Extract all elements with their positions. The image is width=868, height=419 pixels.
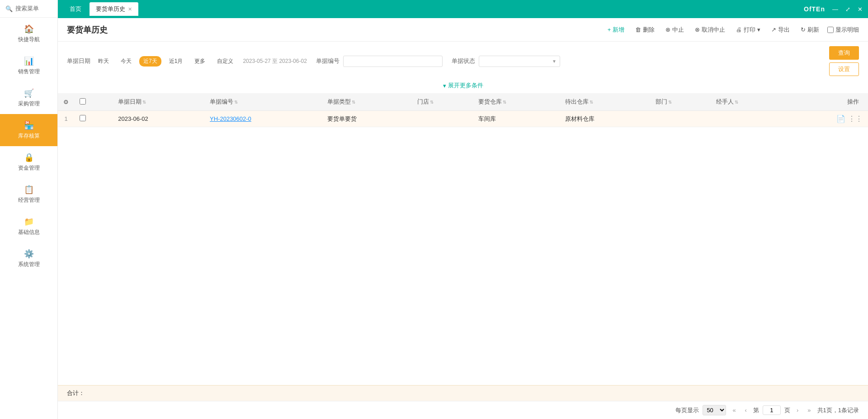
date-btn-1month[interactable]: 近1月 <box>165 56 187 67</box>
window-minimize-icon[interactable]: — <box>832 6 838 13</box>
search-icon: 🔍 <box>5 5 13 12</box>
row-more-icon[interactable]: ⋮⋮ <box>848 114 863 123</box>
sidebar-item-label: 库存核算 <box>18 132 40 140</box>
display-detail-input[interactable] <box>827 27 834 33</box>
tab-close-icon[interactable]: ✕ <box>128 6 132 12</box>
page-title: 要货单历史 <box>67 24 605 35</box>
delete-button[interactable]: 🗑 删除 <box>632 24 657 36</box>
date-btn-custom[interactable]: 自定义 <box>213 56 237 67</box>
cancel-stop-button[interactable]: ⊗ 取消中止 <box>692 24 728 36</box>
sidebar-item-label: 系统管理 <box>18 261 40 268</box>
tab-home[interactable]: 首页 <box>63 2 88 16</box>
sidebar-item-sales[interactable]: 📊 销售管理 <box>0 50 57 82</box>
gear-icon: ⚙️ <box>24 249 34 259</box>
pag-btn-last[interactable]: » <box>805 406 813 414</box>
sidebar-search[interactable]: 🔍 搜索菜单 <box>0 0 57 18</box>
row-req-warehouse: 车间库 <box>473 111 560 127</box>
th-checkbox <box>74 93 113 111</box>
sidebar-item-purchase[interactable]: 🛒 采购管理 <box>0 82 57 114</box>
topnav: 首页 要货单历史 ✕ OfTEn — ⤢ ✕ <box>58 0 868 18</box>
print-button[interactable]: 🖨 打印 ▾ <box>733 24 763 36</box>
expand-filter-button[interactable]: ▾ 展开更多条件 <box>443 81 483 90</box>
setting-button[interactable]: 设置 <box>829 62 859 76</box>
export-button[interactable]: ↗ 导出 <box>769 24 793 36</box>
row-num: 1 <box>58 111 74 127</box>
tab-yh-history-label: 要货单历史 <box>96 5 125 13</box>
pag-btn-next[interactable]: › <box>794 406 801 414</box>
sidebar-item-operation[interactable]: 📋 经营管理 <box>0 178 57 210</box>
doc-no-input[interactable] <box>343 56 443 67</box>
filter-expand-row: ▾ 展开更多条件 <box>67 80 859 93</box>
th-req-warehouse[interactable]: 要货仓库⇅ <box>473 93 560 111</box>
row-doc-type: 要货单要货 <box>322 111 412 127</box>
sidebar-item-inventory[interactable]: 🏪 库存核算 <box>0 114 57 146</box>
date-filter-group: 单据日期 昨天 今天 近7天 近1月 更多 自定义 2023-05-27 至 2… <box>67 56 307 67</box>
page-input[interactable] <box>763 405 781 415</box>
table-header: ⚙ 单据日期⇅ 单据编号⇅ 单据类型⇅ 门店⇅ 要货仓库⇅ 待出仓库⇅ 部门⇅ … <box>58 93 868 111</box>
sidebar-item-label: 资金管理 <box>18 164 40 172</box>
row-edit-icon[interactable]: 📄 <box>836 114 845 123</box>
th-handler[interactable]: 经手人⇅ <box>711 93 785 111</box>
date-btn-more[interactable]: 更多 <box>190 56 209 67</box>
row-handler <box>711 111 785 127</box>
pag-btn-first[interactable]: « <box>730 406 738 414</box>
doc-status-filter-group: 单据状态 <box>452 56 560 67</box>
sidebar-item-label: 销售管理 <box>18 68 40 76</box>
sidebar-item-system[interactable]: ⚙️ 系统管理 <box>0 243 57 275</box>
per-page-select[interactable]: 50 100 200 <box>703 405 726 415</box>
date-filter-label: 单据日期 <box>67 57 90 65</box>
doc-status-select-wrap <box>479 56 560 67</box>
th-settings[interactable]: ⚙ <box>58 93 74 111</box>
row-checkbox <box>74 111 113 127</box>
doc-no-filter-group: 单据编号 <box>316 56 443 67</box>
pag-btn-prev[interactable]: ‹ <box>742 406 750 414</box>
window-close-icon[interactable]: ✕ <box>858 6 863 13</box>
display-detail-checkbox[interactable]: 显示明细 <box>827 26 859 34</box>
refresh-button[interactable]: ↻ 刷新 <box>798 24 822 36</box>
tab-home-label: 首页 <box>70 5 81 13</box>
filter-section: 单据日期 昨天 今天 近7天 近1月 更多 自定义 2023-05-27 至 2… <box>58 42 868 93</box>
th-doc-no[interactable]: 单据编号⇅ <box>204 93 322 111</box>
stop-icon: ⊗ <box>665 26 670 33</box>
display-detail-label: 显示明细 <box>835 26 859 34</box>
sidebar-item-quick-nav[interactable]: 🏠 快捷导航 <box>0 18 57 50</box>
row-store <box>412 111 473 127</box>
row-operations: 📄 ⋮⋮ <box>785 111 868 127</box>
th-operation: 操作 <box>785 93 868 111</box>
tab-yh-history[interactable]: 要货单历史 ✕ <box>90 2 138 16</box>
main-content: ⚙ 单据日期⇅ 单据编号⇅ 单据类型⇅ 门店⇅ 要货仓库⇅ 待出仓库⇅ 部门⇅ … <box>58 93 868 419</box>
row-doc-no: YH-20230602-0 <box>204 111 322 127</box>
date-btn-yesterday[interactable]: 昨天 <box>94 56 113 67</box>
add-button[interactable]: + 新增 <box>605 24 627 36</box>
export-icon: ↗ <box>771 26 776 33</box>
total-label: 合计： <box>67 390 85 396</box>
th-dept[interactable]: 部门⇅ <box>650 93 711 111</box>
brand-label: OfTEn <box>804 5 825 13</box>
toolbar: + 新增 🗑 删除 ⊗ 中止 ⊗ 取消中止 🖨 打印 ▾ <box>605 24 859 36</box>
query-button[interactable]: 查询 <box>829 46 859 60</box>
th-store[interactable]: 门店⇅ <box>412 93 473 111</box>
date-btn-7days[interactable]: 近7天 <box>139 56 161 67</box>
sidebar-item-label: 经营管理 <box>18 196 40 204</box>
th-doc-type[interactable]: 单据类型⇅ <box>322 93 412 111</box>
doc-no-link[interactable]: YH-20230602-0 <box>210 115 251 122</box>
expand-filter-label: 展开更多条件 <box>448 81 483 90</box>
sidebar-item-label: 基础信息 <box>18 229 40 236</box>
row-select-checkbox[interactable] <box>80 115 86 121</box>
total-pages-info: 共1页，1条记录 <box>817 406 859 414</box>
sidebar-item-finance[interactable]: 🔒 资金管理 <box>0 146 57 178</box>
select-all-checkbox[interactable] <box>80 98 86 105</box>
window-resize-icon[interactable]: ⤢ <box>845 6 850 13</box>
th-pending-warehouse[interactable]: 待出仓库⇅ <box>560 93 650 111</box>
stop-button[interactable]: ⊗ 中止 <box>663 24 687 36</box>
sidebar-item-label: 采购管理 <box>18 100 40 108</box>
table-row[interactable]: 1 2023-06-02 YH-20230602-0 要货单要货 车间库 原材料… <box>58 111 868 127</box>
th-doc-date[interactable]: 单据日期⇅ <box>113 93 204 111</box>
filter-dates: 昨天 今天 近7天 近1月 更多 自定义 <box>94 56 237 67</box>
row-dept <box>650 111 711 127</box>
doc-status-label: 单据状态 <box>452 57 475 65</box>
folder-icon: 📁 <box>24 217 34 227</box>
sidebar-item-basic[interactable]: 📁 基础信息 <box>0 210 57 243</box>
date-btn-today[interactable]: 今天 <box>117 56 136 67</box>
doc-status-select[interactable] <box>479 56 560 67</box>
